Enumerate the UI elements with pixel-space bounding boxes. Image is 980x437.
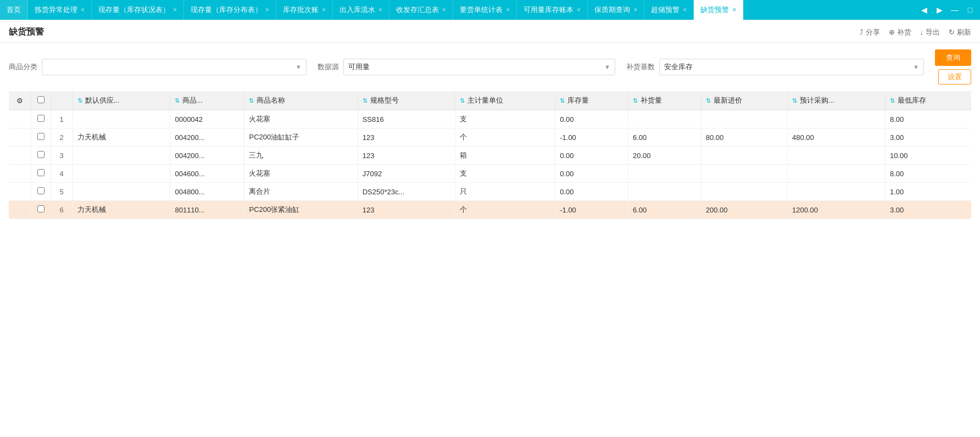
th-min-stock: ⇅ 最低库存 (886, 91, 972, 110)
refresh-button[interactable]: ↻ 刷新 (949, 27, 971, 37)
nav-tab-available[interactable]: 可用量库存账本 × (517, 0, 588, 20)
settings-button[interactable]: 设置 (938, 69, 971, 85)
row-checkbox-0[interactable] (37, 115, 44, 122)
close-tab-requisition[interactable]: × (506, 6, 510, 14)
row-estimated-purchase-4 (788, 183, 886, 201)
th-unit: ⇅ 主计量单位 (455, 91, 555, 110)
close-tab-available[interactable]: × (577, 6, 581, 14)
row-unit-2: 箱 (455, 147, 555, 165)
replenish-filter: 补货基数 安全库存 ▼ (626, 59, 924, 75)
row-checkbox-1[interactable] (37, 133, 44, 140)
nav-prev-button[interactable]: ◀ (916, 2, 932, 18)
datasource-dropdown-arrow: ▼ (604, 64, 610, 70)
row-latest-price-4 (701, 183, 787, 201)
category-label: 商品分类 (9, 62, 37, 72)
th-latest-price: ⇅ 最新进价 (701, 91, 787, 110)
row-stock-0: 0.00 (555, 110, 628, 128)
row-latest-price-2 (701, 147, 787, 165)
row-replenish-qty-5: 6.00 (628, 201, 701, 219)
nav-tab-inventory1[interactable]: 现存量（库存状况表） × (92, 0, 184, 20)
nav-tab-picking[interactable]: 拣货异常处理 × (28, 0, 92, 20)
close-tab-inventory1[interactable]: × (173, 6, 177, 14)
replenish-select[interactable]: 安全库存 ▼ (659, 59, 924, 75)
th-settings[interactable]: ⚙ (9, 91, 31, 110)
row-spec-1: 123 (358, 128, 455, 147)
product-code-sort-icon: ⇅ (175, 97, 180, 104)
nav-tab-expiry[interactable]: 保质期查询 × (588, 0, 644, 20)
nav-tab-requisition[interactable]: 要货单统计表 × (453, 0, 517, 20)
row-product-code-5: 801110... (170, 201, 244, 219)
category-dropdown-arrow: ▼ (296, 64, 302, 70)
table-header-row: ⚙ ⇅ 默认供应... ⇅ 商 (9, 91, 971, 110)
row-settings-0 (9, 110, 31, 128)
th-checkbox (31, 91, 51, 110)
datasource-label: 数据源 (318, 62, 339, 72)
export-icon: ↓ (920, 28, 924, 36)
replenish-button[interactable]: ⊕ 补货 (889, 27, 911, 37)
row-latest-price-0 (701, 110, 787, 128)
row-checkbox-4[interactable] (37, 187, 44, 194)
unit-sort-icon: ⇅ (460, 97, 465, 104)
row-unit-5: 个 (455, 201, 555, 219)
row-unit-3: 支 (455, 165, 555, 183)
close-tab-summary[interactable]: × (442, 6, 446, 14)
close-tab-flow[interactable]: × (378, 6, 382, 14)
row-min-stock-0: 8.00 (886, 110, 972, 128)
close-tab-picking[interactable]: × (81, 6, 85, 14)
nav-tab-inventory2[interactable]: 现存量（库存分布表） × (184, 0, 276, 20)
th-stock: ⇅ 库存量 (555, 91, 628, 110)
replenish-label: 补货基数 (626, 62, 655, 72)
export-button[interactable]: ↓ 导出 (920, 27, 940, 37)
th-supplier: ⇅ 默认供应... (73, 91, 170, 110)
nav-tab-overstock[interactable]: 超储预警 × (644, 0, 694, 20)
replenish-icon: ⊕ (889, 28, 895, 36)
row-checkbox-5[interactable] (37, 205, 44, 212)
row-product-name-5: PC200张紧油缸 (244, 201, 358, 219)
th-product-name: ⇅ 商品名称 (244, 91, 358, 110)
row-supplier-1: 力天机械 (73, 128, 170, 147)
shortage-table: ⚙ ⇅ 默认供应... ⇅ 商 (9, 91, 971, 219)
row-spec-5: 123 (358, 201, 455, 219)
row-checkbox-3[interactable] (37, 169, 44, 176)
nav-next-button[interactable]: ▶ (932, 2, 947, 18)
row-min-stock-1: 3.00 (886, 128, 972, 147)
header-actions: ⤴ 分享 ⊕ 补货 ↓ 导出 ↻ 刷新 (860, 27, 972, 37)
query-button[interactable]: 查询 (935, 49, 971, 66)
row-checkbox-cell-1 (31, 128, 51, 147)
row-product-code-4: 004800... (170, 183, 244, 201)
filter-right-actions: 查询 设置 (935, 49, 971, 85)
filter-bar: 商品分类 ▼ 数据源 可用量 ▼ 补货基数 安全库存 ▼ 查询 设置 (0, 43, 980, 91)
row-unit-0: 支 (455, 110, 555, 128)
row-replenish-qty-2: 20.00 (628, 147, 701, 165)
nav-tab-home[interactable]: 首页 (0, 0, 28, 20)
replenish-dropdown-arrow: ▼ (913, 64, 919, 70)
close-tab-inventory2[interactable]: × (265, 6, 269, 14)
row-estimated-purchase-2 (788, 147, 886, 165)
row-replenish-qty-3 (628, 165, 701, 183)
page-header: 缺货预警 ⤴ 分享 ⊕ 补货 ↓ 导出 ↻ 刷新 (0, 20, 980, 43)
row-min-stock-2: 10.00 (886, 147, 972, 165)
close-tab-expiry[interactable]: × (633, 6, 637, 14)
select-all-checkbox[interactable] (37, 96, 44, 103)
row-min-stock-4: 1.00 (886, 183, 972, 201)
nav-tab-summary[interactable]: 收发存汇总表 × (389, 0, 453, 20)
category-select[interactable]: ▼ (42, 59, 307, 75)
latest-price-sort-icon: ⇅ (706, 97, 711, 104)
nav-minimize-button[interactable]: — (947, 2, 962, 18)
top-navigation: 首页 拣货异常处理 × 现存量（库存状况表） × 现存量（库存分布表） × 库存… (0, 0, 980, 20)
datasource-select[interactable]: 可用量 ▼ (343, 59, 615, 75)
row-spec-2: 123 (358, 147, 455, 165)
nav-tab-batch[interactable]: 库存批次账 × (276, 0, 333, 20)
close-tab-overstock[interactable]: × (683, 6, 687, 14)
th-spec: ⇅ 规格型号 (358, 91, 455, 110)
nav-tab-flow[interactable]: 出入库流水 × (333, 0, 389, 20)
row-replenish-qty-4 (628, 183, 701, 201)
nav-maximize-button[interactable]: □ (962, 2, 978, 18)
row-checkbox-2[interactable] (37, 151, 44, 158)
share-icon: ⤴ (860, 28, 864, 36)
share-button[interactable]: ⤴ 分享 (860, 27, 880, 37)
close-tab-batch[interactable]: × (322, 6, 326, 14)
nav-tab-shortage[interactable]: 缺货预警 × (694, 0, 743, 20)
th-replenish-qty: ⇅ 补货量 (628, 91, 701, 110)
close-tab-shortage[interactable]: × (732, 6, 736, 14)
